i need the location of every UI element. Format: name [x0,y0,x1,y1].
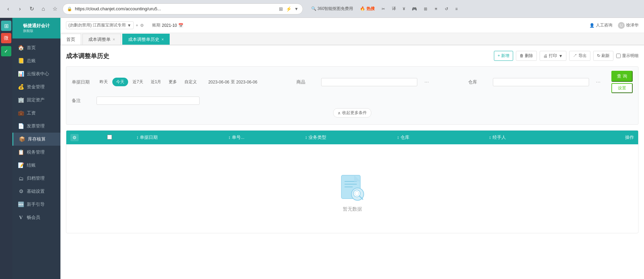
date-filter-label: 单据日期 [72,79,91,85]
page-content: 成本调整单历史 + 新增 🗑 删除 🖨 打印 ▼ ↗ 导出 ↻ 刷新 显示明细 [60,45,644,279]
account-dropdown-icon: ▼ [127,23,131,28]
user-name: 徐泽华 [626,22,639,28]
col-type-header[interactable]: ↕ 业务类型 [301,131,393,144]
sidebar-item-guide[interactable]: 🆕 新手引导 [12,198,60,211]
col-checkbox-header[interactable] [103,131,132,144]
tab-cost-adj[interactable]: 成本调整单 × [82,34,121,45]
tab-bar: 首页 成本调整单 × 成本调整单历史 × [60,33,644,45]
sidebar-item-salary[interactable]: 💼 工资 [12,107,60,120]
sidebar-item-tax[interactable]: 📋 税务管理 [12,146,60,159]
sun-tool[interactable]: ☀ [431,5,441,13]
empty-state: 暂无数据 [66,144,638,233]
period-label: 账期 [152,22,160,28]
collapse-button[interactable]: ∧ 收起更多条件 [333,108,371,118]
icon-bar-social2[interactable]: ✓ [1,46,11,56]
inventory-icon: 📦 [19,136,25,142]
select-all-checkbox[interactable] [107,135,112,140]
print-dropdown-icon[interactable]: ▼ [558,54,563,58]
new-button[interactable]: + 新增 [494,51,513,61]
tab-cost-adj-history-close[interactable]: × [161,37,164,42]
game-tool[interactable]: 🎮 [409,5,420,13]
sidebar-item-invoice[interactable]: 📄 发票管理 [12,120,60,133]
star-button[interactable]: ☆ [50,4,60,14]
settings-btn[interactable]: ⚙ [140,23,144,28]
empty-text: 暂无数据 [343,206,362,212]
menu-tool[interactable]: ≡ [452,5,460,13]
display-detail-toggle[interactable]: 显示明细 [616,53,639,59]
sidebar-item-reports[interactable]: 📊 云报表中心 [12,67,60,80]
icon-bar-home[interactable]: ⊞ [1,21,11,31]
refresh-button[interactable]: ↻ 刷新 [593,51,613,61]
support-label: 人工咨询 [596,22,612,28]
column-settings-gear[interactable]: ⚙ [70,134,79,141]
sidebar-item-home[interactable]: 🏠 首页 [12,41,60,54]
page-actions: + 新增 🗑 删除 🖨 打印 ▼ ↗ 导出 ↻ 刷新 显示明细 [494,51,639,61]
product-filter-dots[interactable]: ··· [424,79,429,85]
undo-tool[interactable]: ↺ [442,5,451,13]
warehouse-filter-dots[interactable]: ··· [596,79,600,85]
icon-bar-social1[interactable]: 微 [1,33,11,43]
display-detail-checkbox[interactable] [616,54,621,58]
translate-tool[interactable]: 译 [389,4,399,13]
empty-row: 暂无数据 [66,144,638,233]
col-number-header[interactable]: ↕ 单号... [224,131,301,144]
date-btn-month[interactable]: 近1月 [148,78,165,86]
export-button[interactable]: ↗ 导出 [569,51,590,61]
date-btn-custom[interactable]: 自定义 [181,78,200,86]
delete-button[interactable]: 🗑 删除 [516,51,537,61]
date-filter-buttons: 昨天 今天 近7天 近1月 更多 自定义 [97,78,200,86]
date-btn-today[interactable]: 今天 [112,78,128,86]
date-btn-more[interactable]: 更多 [166,78,180,86]
tab-cost-adj-close[interactable]: × [113,37,115,42]
sidebar-item-ledger[interactable]: 📒 总账 [12,54,60,67]
col-operator-header[interactable]: ↕ 经手人 [485,131,577,144]
print-button[interactable]: 🖨 打印 ▼ [540,51,566,61]
col-settings-header[interactable]: ⚙ [66,131,103,144]
tab-home[interactable]: 首页 [60,34,81,45]
sidebar-label-tax: 税务管理 [27,149,45,155]
assets-icon: 🏢 [18,97,24,103]
sidebar-item-assets[interactable]: 🏢 固定资产 [12,93,60,107]
sidebar-item-vip[interactable]: V 畅会员 [12,211,60,224]
account-dropdown[interactable]: (勿删勿禁用) 江西服宝测试专用 ▼ [66,21,134,29]
date-btn-week[interactable]: 近7天 [129,78,146,86]
refresh-button[interactable]: ↻ [27,4,36,14]
tab-cost-adj-history[interactable]: 成本调整单历史 × [122,34,170,45]
grid-tool[interactable]: ⊞ [421,5,430,13]
note-filter-input[interactable] [97,97,200,105]
col-date-header[interactable]: ↕ 单据日期 [132,131,224,144]
sidebar-item-close[interactable]: 📝 结账 [12,159,60,172]
filter-bar: 单据日期 昨天 今天 近7天 近1月 更多 自定义 2023-06-06 至 2… [66,66,639,125]
sidebar-nav: 🏠 首页 📒 总账 📊 云报表中心 💰 资金管理 🏢 固定资产 💼 工资 [12,38,60,279]
sidebar-label-ledger: 总账 [27,58,36,64]
query-button[interactable]: 查 询 [611,71,633,82]
sidebar-item-archive[interactable]: 🗂 归档管理 [12,172,60,185]
sidebar-item-finance[interactable]: 💰 资金管理 [12,80,60,93]
sidebar-label-reports: 云报表中心 [27,71,49,77]
search-tool[interactable]: 🔍 360智能抠图免费用 [308,4,356,13]
reports-icon: 📊 [18,71,24,77]
add-account-btn[interactable]: + [136,23,138,28]
query-actions: 查 询 设置 [611,71,633,93]
col-warehouse-header[interactable]: ↕ 仓库 [393,131,485,144]
back-button[interactable]: ‹ [3,4,13,14]
calendar-icon[interactable]: 📅 [178,23,183,28]
date-btn-yesterday[interactable]: 昨天 [97,78,111,86]
scissors-tool[interactable]: ✂ [379,5,388,13]
hot-search-btn[interactable]: 🔥 热搜 [357,4,377,13]
forward-button[interactable]: › [15,4,25,14]
wallet-tool[interactable]: ¥ [400,5,408,13]
sidebar-item-inventory[interactable]: 📦 库存核算 [12,133,60,146]
archive-icon: 🗂 [18,176,24,181]
sidebar-label-home: 首页 [27,45,36,51]
support-btn[interactable]: 👤 人工咨询 [589,22,612,28]
product-filter-input[interactable] [321,78,417,86]
home-icon: 🏠 [18,45,24,51]
browser-dropdown-icon[interactable]: ▼ [294,7,298,11]
home-button[interactable]: ⌂ [38,4,48,14]
user-btn[interactable]: U 徐泽华 [618,22,639,29]
address-bar[interactable]: 🔒 https://cloud.chanjet.com/accounting/u… [63,3,303,14]
filter-settings-button[interactable]: 设置 [611,83,633,93]
warehouse-filter-input[interactable] [493,78,589,86]
sidebar-item-settings[interactable]: ⚙ 基础设置 [12,185,60,198]
